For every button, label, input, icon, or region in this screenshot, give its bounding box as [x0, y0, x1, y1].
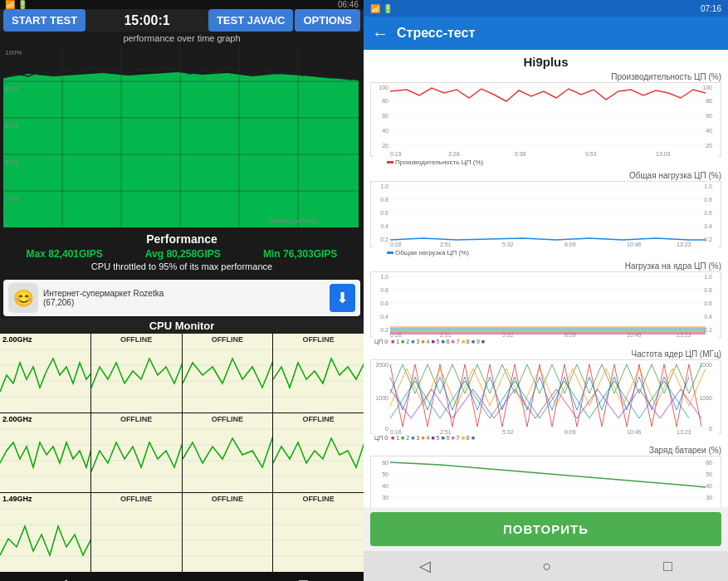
svg-text:100: 100	[379, 85, 388, 90]
chart-core-freq-title: Частота ядер ЦП (МГц)	[370, 349, 721, 359]
cpu-cell-6-status: OFFLINE	[212, 415, 244, 423]
right-recent-nav-icon[interactable]: □	[663, 558, 672, 575]
chart-cpu-load-title: Общая нагрузка ЦП (%)	[370, 171, 721, 180]
right-home-nav-icon[interactable]: ○	[543, 558, 552, 575]
svg-text:60%: 60%	[5, 122, 18, 129]
svg-text:1.0: 1.0	[380, 274, 388, 280]
svg-text:2000: 2000	[375, 362, 388, 368]
test-type-button[interactable]: TEST JAVA/C	[208, 9, 294, 32]
cpu-cell-5-status: OFFLINE	[120, 415, 153, 423]
svg-text:1.0: 1.0	[704, 183, 712, 189]
chart-core-freq-canvas: 2000 1000 0 2000 1000 0 0:16	[370, 359, 721, 434]
performance-stats: Performance Max 82,401GIPS Avg 80,258GIP…	[0, 229, 364, 278]
cpu-cell-10: OFFLINE	[183, 493, 273, 572]
chart-cpu-load-canvas: 1.0 0.8 0.6 0.4 0.2 1.0 0.8 0.6 0.4 0.2	[370, 181, 721, 247]
chart-cpu-performance-canvas: 100 80 60 40 20 100 80 60 40 20	[370, 82, 721, 157]
svg-text:10:46: 10:46	[627, 429, 642, 435]
svg-text:0.6: 0.6	[704, 300, 712, 306]
svg-text:0: 0	[709, 426, 712, 432]
ad-download-button[interactable]: ⬇	[330, 284, 355, 312]
svg-text:80: 80	[706, 98, 712, 104]
svg-text:30: 30	[382, 495, 388, 500]
svg-text:0.6: 0.6	[380, 210, 388, 216]
ad-rating: (67,206)	[43, 298, 325, 307]
svg-rect-23	[91, 334, 182, 413]
ad-banner[interactable]: 😊 Интернет-супермаркет Rozetka (67,206) …	[3, 280, 360, 316]
repeat-btn-container: ПОВТОРИТЬ	[364, 507, 728, 551]
left-status-icons: 📶 🔋	[5, 0, 27, 9]
cpu-cell-8: 1.49GHz	[0, 493, 90, 572]
start-test-button[interactable]: START TEST	[3, 9, 86, 32]
svg-text:60: 60	[382, 113, 388, 119]
legend-dot-cpu-perf	[387, 161, 393, 164]
svg-text:0.4: 0.4	[380, 314, 388, 320]
chart-battery-canvas: 60 50 40 30 60 50 40 30	[370, 456, 721, 507]
performance-graph-area: performance over time graph	[0, 32, 364, 229]
svg-text:0.4: 0.4	[704, 223, 712, 229]
svg-text:10:46: 10:46	[627, 332, 642, 338]
perf-stats-row: Max 82,401GIPS Avg 80,258GIPS Min 76,303…	[5, 248, 359, 260]
cpu-grid: 2.00GHz OFFLINE OFFLINE	[0, 334, 364, 572]
chart-cpu-performance: Производительность ЦП (%) 100 80 60 40 2…	[370, 72, 721, 166]
svg-text:0:16: 0:16	[390, 429, 402, 435]
svg-text:1000: 1000	[699, 395, 712, 401]
svg-rect-28	[183, 334, 273, 413]
svg-rect-68	[183, 493, 273, 572]
ad-icon: 😊	[8, 283, 38, 313]
legend-label-cpu-perf: Производительность ЦП (%)	[395, 159, 483, 166]
svg-text:0:16: 0:16	[390, 242, 402, 247]
cpu-cell-11: OFFLINE	[273, 493, 364, 572]
legend-label-cpu-load: Общая нагрузка ЦП (%)	[395, 249, 469, 256]
svg-rect-53	[273, 413, 364, 492]
svg-text:20%: 20%	[5, 195, 18, 203]
svg-text:0.4: 0.4	[704, 314, 712, 320]
svg-text:6:38: 6:38	[515, 151, 526, 157]
perf-min: Min 76,303GIPS	[263, 248, 337, 260]
ad-text: Интернет-супермаркет Rozetka (67,206)	[43, 289, 325, 307]
svg-text:20: 20	[382, 143, 388, 149]
svg-text:50: 50	[382, 471, 388, 477]
svg-rect-48	[183, 413, 273, 492]
right-status-icons: 📶 🔋	[370, 4, 393, 13]
svg-text:8:09: 8:09	[564, 429, 576, 435]
legend-freq-label: ЦП 0	[374, 435, 388, 441]
svg-text:40: 40	[382, 128, 388, 134]
right-status-bar: 📶 🔋 07:16	[364, 0, 728, 17]
svg-text:13:23: 13:23	[677, 429, 691, 435]
svg-rect-58	[0, 493, 90, 572]
svg-text:5:32: 5:32	[502, 242, 514, 247]
svg-text:13:03: 13:03	[656, 151, 671, 157]
right-back-button[interactable]: ←	[372, 24, 388, 43]
cpu-cell-1-status: OFFLINE	[120, 335, 153, 344]
cpu-cell-1: OFFLINE	[91, 334, 182, 413]
chart-core-freq-legend: ЦП 0 ■ 1■ 2■ 3■ 4■ 5■ 6■ 7■ 8■	[370, 435, 721, 441]
chart-core-load-canvas: 1.0 0.8 0.6 0.4 0.2 1.0 0.8 0.6 0.4 0.2	[370, 271, 721, 338]
back-nav-icon[interactable]: ◁	[56, 575, 67, 581]
svg-text:1.0: 1.0	[704, 274, 712, 280]
options-button[interactable]: OPTIONS	[295, 9, 360, 32]
svg-text:0.6: 0.6	[704, 210, 712, 216]
home-nav-icon[interactable]: ○	[178, 576, 188, 582]
svg-text:5:32: 5:32	[502, 429, 514, 435]
svg-text:100%: 100%	[5, 49, 22, 56]
svg-text:8:09: 8:09	[564, 332, 576, 338]
svg-text:1.0: 1.0	[380, 183, 388, 189]
cpu-cell-8-label: 1.49GHz	[2, 495, 32, 503]
right-back-nav-icon[interactable]: ◁	[419, 557, 431, 575]
cpu-cell-3-status: OFFLINE	[302, 335, 335, 344]
cpu-cell-2: OFFLINE	[183, 334, 273, 413]
chart-core-freq: Частота ядер ЦП (МГц) 2000 1000 0 2000 1…	[370, 349, 721, 441]
svg-text:0:16: 0:16	[390, 332, 402, 338]
legend-core-label: ЦП 0	[374, 339, 388, 344]
svg-rect-73	[273, 493, 364, 572]
svg-rect-33	[273, 334, 364, 413]
left-panel: 📶 🔋 06:46 START TEST 15:00:1 TEST JAVA/C…	[0, 0, 364, 581]
cpu-cell-4: 2.00GHz	[0, 413, 90, 492]
legend-dot-cpu-load	[387, 251, 393, 254]
cpu-cell-0: 2.00GHz	[0, 334, 90, 413]
timer-display: 15:00:1	[87, 13, 207, 28]
repeat-button[interactable]: ПОВТОРИТЬ	[370, 512, 721, 546]
svg-text:0:19: 0:19	[390, 151, 402, 157]
chart-cpu-performance-title: Производительность ЦП (%)	[370, 72, 721, 81]
recent-nav-icon[interactable]: □	[299, 576, 308, 582]
